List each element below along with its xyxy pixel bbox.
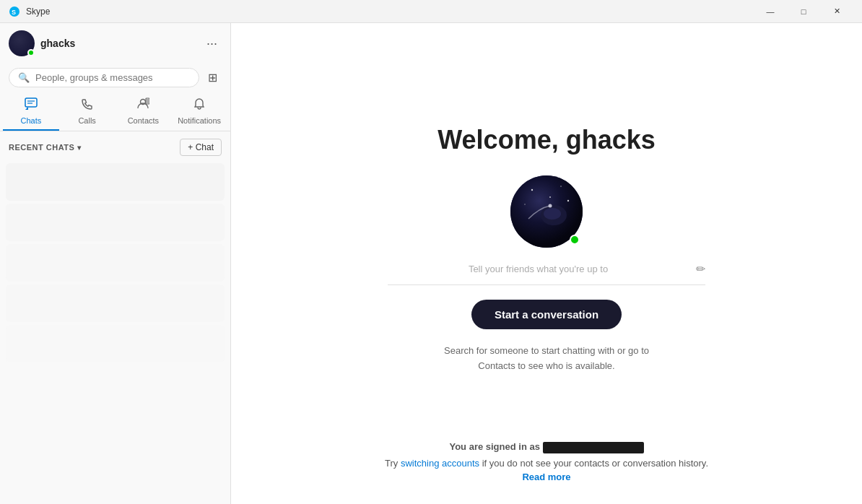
svg-text:S: S: [12, 9, 16, 16]
recent-chats-list: [0, 160, 230, 504]
avatar-container: [9, 30, 35, 56]
profile-row: ghacks ···: [0, 23, 230, 64]
svg-point-15: [524, 204, 526, 205]
recent-chats-toggle[interactable]: RECENT CHATS ▾: [9, 143, 82, 152]
svg-rect-2: [25, 98, 37, 107]
start-conversation-button[interactable]: Start a conversation: [471, 300, 622, 329]
list-item[interactable]: [6, 163, 225, 201]
read-more-row: Read more: [385, 472, 708, 482]
svg-point-12: [531, 189, 533, 191]
calls-icon: [81, 97, 94, 114]
maximize-button[interactable]: □: [787, 0, 820, 23]
signin-row2: Try switching accounts if you do not see…: [385, 458, 708, 469]
search-row: 🔍 ⊞: [0, 64, 230, 92]
grid-button[interactable]: ⊞: [204, 68, 222, 87]
titlebar: S Skype — □ ✕: [0, 0, 862, 23]
svg-point-18: [544, 208, 561, 220]
svg-point-16: [567, 200, 569, 201]
app-title: Skype: [26, 6, 50, 17]
new-chat-button[interactable]: + Chat: [180, 139, 222, 156]
main-content: Welcome, ghacks: [231, 23, 862, 504]
main-avatar-status-dot: [570, 235, 580, 245]
try-label: Try: [385, 458, 398, 469]
notifications-icon: [193, 97, 206, 114]
svg-point-14: [549, 196, 551, 198]
tab-notifications[interactable]: Notifications: [171, 92, 227, 131]
status-placeholder-text: Tell your friends what you're up to: [388, 264, 689, 274]
profile-name: ghacks: [40, 38, 196, 49]
signed-in-label: You are signed in as: [449, 441, 539, 452]
main-avatar-container: [510, 175, 583, 248]
welcome-title: Welcome, ghacks: [437, 125, 655, 155]
tab-chats[interactable]: Chats: [3, 92, 59, 131]
tab-calls[interactable]: Calls: [59, 92, 116, 131]
list-item[interactable]: [6, 204, 225, 241]
svg-point-19: [549, 204, 552, 207]
account-name-redacted: [543, 442, 644, 453]
chevron-down-icon: ▾: [77, 144, 82, 152]
profile-more-button[interactable]: ···: [202, 33, 222, 54]
app-body: ghacks ··· 🔍 ⊞ Chats: [0, 23, 862, 504]
switching-accounts-link[interactable]: switching accounts: [401, 458, 479, 469]
recent-chats-header: RECENT CHATS ▾ + Chat: [0, 131, 230, 160]
cta-desc-line2: Contacts to see who is available.: [478, 360, 614, 371]
cta-description: Search for someone to start chatting wit…: [444, 344, 649, 374]
tab-contacts[interactable]: Contacts: [116, 92, 172, 131]
avatar-status: [27, 49, 35, 56]
window-controls: — □ ✕: [754, 0, 853, 23]
chats-icon: [25, 97, 38, 114]
nav-tabs: Chats Calls Contacts Notifications: [0, 92, 230, 131]
contacts-icon: [136, 97, 149, 114]
tab-contacts-label: Contacts: [128, 116, 159, 125]
titlebar-left: S Skype: [9, 6, 50, 17]
cta-desc-line1: Search for someone to start chatting wit…: [444, 345, 649, 356]
status-line: Tell your friends what you're up to ✏: [388, 262, 705, 285]
search-input[interactable]: [35, 72, 190, 83]
list-item[interactable]: [6, 284, 225, 322]
list-item[interactable]: [6, 244, 225, 282]
sidebar: ghacks ··· 🔍 ⊞ Chats: [0, 23, 231, 504]
svg-point-13: [560, 186, 562, 187]
tab-calls-label: Calls: [78, 116, 95, 125]
read-more-link[interactable]: Read more: [522, 472, 570, 482]
skype-icon: S: [9, 6, 20, 17]
search-icon: 🔍: [18, 72, 30, 83]
signin-notice: You are signed in as Try switching accou…: [385, 441, 708, 482]
minimize-button[interactable]: —: [754, 0, 787, 23]
list-item[interactable]: [6, 325, 225, 362]
tab-chats-label: Chats: [21, 116, 42, 125]
recent-chats-label-text: RECENT CHATS: [9, 143, 74, 152]
edit-status-icon[interactable]: ✏: [696, 262, 705, 276]
tab-notifications-label: Notifications: [178, 116, 221, 125]
signin-suffix: if you do not see your contacts or conve…: [482, 458, 708, 469]
close-button[interactable]: ✕: [820, 0, 853, 23]
search-box: 🔍: [9, 68, 199, 87]
signin-row: You are signed in as: [385, 441, 708, 453]
